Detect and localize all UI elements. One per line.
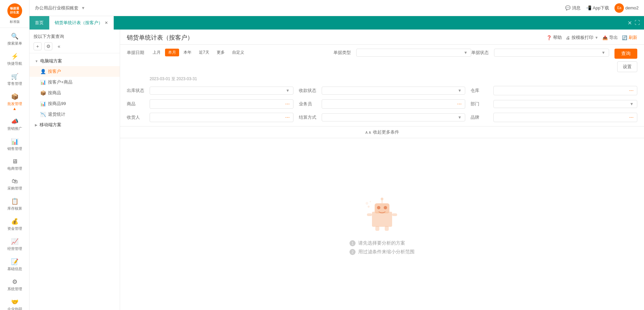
sidebar-item-system[interactable]: ⚙ 系统管理 [0,275,29,295]
settlement-select[interactable]: ▼ [322,113,466,121]
header-title: 办公用品行业模拟账套 [35,5,78,11]
warehouse-input[interactable]: ··· [493,86,637,95]
payment-status-select[interactable]: ▼ [322,87,466,95]
tree-item-return-stats[interactable]: 📉 退货统计 [30,109,120,120]
tip-num-2: 2 [350,249,356,255]
sidebar-item-quick-nav[interactable]: ⚡ 快捷导航 [0,49,29,69]
tree-item-by-customer[interactable]: 👤 按客户 [30,66,120,77]
right-panel: 销货单统计表（按客户） ❓ 帮助 🖨 按模板打印 ▼ 📤 导出 [120,30,644,310]
sidebar-item-label: 搜索菜单 [7,41,22,46]
btn-last-7-days[interactable]: 近7天 [196,49,212,56]
recipient-dots-icon[interactable]: ··· [285,114,289,120]
collapse-panel-btn[interactable]: « [55,42,63,50]
sidebar-item-cooperation[interactable]: 🤝 企业协同 [0,295,29,310]
tab-close-icon[interactable]: ✕ [105,20,108,25]
add-scheme-btn[interactable]: + [34,42,42,50]
filter-row-1: 单据日期 上月 本月 本年 近7天 更多 自定义 单据类型 [127,49,637,72]
tab-home[interactable]: 首页 [30,16,49,30]
brand-dots-icon[interactable]: ··· [629,114,634,120]
header-dropdown-icon[interactable]: ▼ [81,6,85,10]
tree-section-mobile-header[interactable]: ▶ 移动端方案 [30,120,120,130]
tip-text-2: 用过滤条件来缩小分析范围 [358,249,415,255]
btn-more[interactable]: 更多 [214,49,228,56]
btn-last-month[interactable]: 上月 [150,49,164,56]
search-menu-icon: 🔍 [11,33,18,40]
tree-item-by-customer-product[interactable]: 📊 按客户+商品 [30,77,120,88]
print-icon: 🖨 [566,35,570,40]
sidebar-item-basic-info[interactable]: 📝 基础信息 [0,255,29,275]
print-dropdown-icon: ▼ [595,36,598,40]
salesperson-input[interactable]: ··· [322,99,466,109]
page-actions: ❓ 帮助 🖨 按模板打印 ▼ 📤 导出 🔄 刷新 [546,35,637,41]
tree-item-by-product-99[interactable]: 📊 按商品99 [30,98,120,109]
order-type-label: 单据类型 [333,50,354,56]
query-btn[interactable]: 查询 [614,49,637,59]
message-btn[interactable]: 💬 消息 [565,5,581,11]
out-status-select[interactable]: ▼ [150,87,293,95]
tab-label: 销货单统计表（按客户） [55,20,103,26]
left-panel-header: 按以下方案查询 + ⚙ « [30,30,120,53]
sidebar-item-finance[interactable]: 💰 资金管理 [0,214,29,235]
filter-row-2: 出库状态 ▼ 收款状态 ▼ 仓库 [127,86,637,95]
warehouse-dots-icon[interactable]: ··· [629,88,634,94]
help-btn[interactable]: ❓ 帮助 [546,35,562,41]
btn-this-month[interactable]: 本月 [165,49,179,56]
tree-item-label: 按客户 [48,68,61,74]
sidebar-item-purchase[interactable]: 🛍 采购管理 [0,174,29,194]
sidebar-item-retail[interactable]: 🛒 零售管理 [0,69,29,90]
tree-section-label: 电脑端方案 [40,58,62,64]
salesperson-dots-icon[interactable]: ··· [457,101,462,107]
window-maximize-icon[interactable]: ⛶ [635,20,640,26]
brand-input[interactable]: ··· [493,113,637,122]
app-download-btn[interactable]: 📲 App下载 [586,5,609,11]
plus-icon: + [36,44,39,49]
product-input[interactable]: ··· [150,99,293,109]
sidebar-item-label: 经营管理 [7,246,22,251]
sidebar-item-marketing[interactable]: 📣 营销推广 [0,114,29,135]
chevron-up-icon: ▲ [13,106,17,111]
sidebar-item-search-menu[interactable]: 🔍 搜索菜单 [0,29,29,49]
tab-label: 首页 [35,20,44,26]
sidebar-item-sales[interactable]: 📊 销售管理 [0,135,29,155]
tree-item-by-product[interactable]: 📦 按商品 [30,88,120,98]
collapse-bar[interactable]: ∧∧ 收起更多条件 [120,126,644,138]
date-label: 单据日期 [127,50,147,56]
cooperation-icon: 🤝 [11,298,18,306]
brand-label: 品牌 [471,114,491,120]
edit-scheme-btn[interactable]: ⚙ [44,42,52,50]
sidebar-item-inventory[interactable]: 📋 库存核算 [0,194,29,214]
filter-product-group: 商品 ··· [127,99,293,109]
svg-rect-0 [372,212,392,227]
refresh-label: 刷新 [629,35,637,41]
sidebar-logo: 畅捷通好生意 标准版 [0,0,29,28]
filter-brand-group: 品牌 ··· [471,113,637,122]
wholesale-icon: 📦 [11,93,18,100]
template-print-btn[interactable]: 🖨 按模板打印 ▼ [566,35,598,41]
template-print-label: 按模板打印 [572,35,593,41]
window-close-icon[interactable]: ✕ [628,20,632,26]
settings-btn[interactable]: 设置 [617,61,637,72]
filter-salesperson-group: 业务员 ··· [299,99,466,109]
btn-custom[interactable]: 自定义 [229,49,247,56]
sidebar-item-operations[interactable]: 📈 经营管理 [0,235,29,255]
refresh-btn[interactable]: 🔄 刷新 [622,35,637,41]
btn-this-year[interactable]: 本年 [180,49,195,56]
tip-num-1: 1 [350,240,356,246]
sidebar-item-wholesale[interactable]: 📦 批发管理 ▲ [0,90,29,114]
empty-tips: 1 请先选择要分析的方案 2 用过滤条件来缩小分析范围 [350,240,415,255]
sidebar-item-ecommerce[interactable]: 🖥 电商管理 [0,155,29,174]
order-status-select[interactable]: ▼ [494,49,609,57]
tree-section-desktop-header[interactable]: ▼ 电脑端方案 [30,56,120,66]
payment-status-label: 收款状态 [299,88,319,94]
out-status-label: 出库状态 [127,88,147,94]
sidebar-item-label: 库存核算 [7,206,22,211]
refresh-icon: 🔄 [622,35,627,40]
order-type-select[interactable]: ▼ [356,49,471,57]
recipient-input[interactable]: ··· [150,113,293,122]
product-dots-icon[interactable]: ··· [285,101,289,107]
department-select[interactable]: ▼ [493,100,637,108]
user-menu[interactable]: Ea demo2 [614,3,639,13]
export-btn[interactable]: 📤 导出 [602,35,618,41]
message-label: 消息 [572,5,581,11]
tab-sales-stats[interactable]: 销货单统计表（按客户） ✕ [49,16,114,30]
